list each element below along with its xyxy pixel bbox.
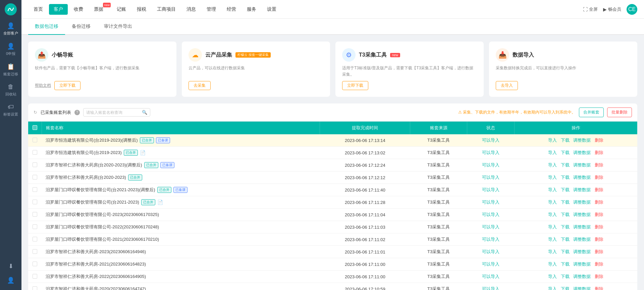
go-import-button[interactable]: 去导入 bbox=[496, 81, 518, 90]
delete-link[interactable]: 删除 bbox=[595, 212, 603, 217]
import-link[interactable]: 导入 bbox=[548, 274, 557, 279]
sidebar-item-all-clients[interactable]: 👤 全部客户 bbox=[0, 19, 21, 39]
download-now-button[interactable]: 立即下载 bbox=[54, 81, 80, 90]
check-all[interactable] bbox=[33, 125, 37, 130]
download-link[interactable]: 下载 bbox=[561, 175, 570, 180]
import-link[interactable]: 导入 bbox=[548, 224, 557, 229]
sidebar-item-account-migration[interactable]: 📋 账套迁移 bbox=[0, 60, 21, 80]
download-link[interactable]: 下载 bbox=[561, 249, 570, 254]
sidebar-item-zero-report[interactable]: 👤 0申报 bbox=[0, 39, 21, 60]
tab-audit-export[interactable]: 审计文件导出 bbox=[97, 19, 139, 35]
nav-invoices[interactable]: 票据 new bbox=[89, 0, 111, 19]
delete-link[interactable]: 删除 bbox=[595, 150, 603, 155]
delete-link[interactable]: 删除 bbox=[595, 162, 603, 167]
adjust-link[interactable]: 调整数据 bbox=[573, 200, 591, 205]
delete-link[interactable]: 删除 bbox=[595, 237, 603, 242]
download-t3-button[interactable]: 立即下载 bbox=[342, 81, 368, 90]
adjust-link[interactable]: 调整数据 bbox=[573, 150, 591, 155]
row-checkbox[interactable] bbox=[33, 212, 37, 217]
row-checkbox[interactable] bbox=[33, 224, 37, 229]
delete-link[interactable]: 删除 bbox=[595, 274, 603, 279]
download-link[interactable]: 下载 bbox=[561, 262, 570, 267]
batch-delete-button[interactable]: 批量删除 bbox=[607, 107, 632, 117]
import-link[interactable]: 导入 bbox=[548, 237, 557, 242]
delete-link[interactable]: 删除 bbox=[595, 249, 603, 254]
download-link[interactable]: 下载 bbox=[561, 274, 570, 279]
nav-fees[interactable]: 收费 bbox=[68, 0, 89, 19]
download-link[interactable]: 下载 bbox=[561, 237, 570, 242]
row-checkbox[interactable] bbox=[33, 200, 37, 204]
import-link[interactable]: 导入 bbox=[548, 286, 557, 290]
import-link[interactable]: 导入 bbox=[548, 249, 557, 254]
row-checkbox[interactable] bbox=[33, 162, 37, 167]
row-checkbox[interactable] bbox=[33, 150, 37, 155]
import-link[interactable]: 导入 bbox=[548, 150, 557, 155]
adjust-link[interactable]: 调整数据 bbox=[573, 224, 591, 229]
help-icon[interactable]: ? bbox=[74, 110, 80, 115]
import-link[interactable]: 导入 bbox=[548, 162, 557, 167]
search-input[interactable] bbox=[86, 110, 140, 115]
download-link[interactable]: 下载 bbox=[561, 212, 570, 217]
nav-bookkeeping[interactable]: 记账 bbox=[111, 0, 131, 19]
adjust-link[interactable]: 调整数据 bbox=[573, 162, 591, 167]
row-checkbox[interactable] bbox=[33, 274, 37, 279]
row-checkbox[interactable] bbox=[33, 175, 37, 179]
row-checkbox[interactable] bbox=[33, 249, 37, 254]
nav-home[interactable]: 首页 bbox=[28, 0, 48, 19]
nav-settings[interactable]: 设置 bbox=[262, 0, 282, 19]
nav-service[interactable]: 服务 bbox=[241, 0, 262, 19]
fullscreen-btn[interactable]: ⛶ 全屏 bbox=[583, 6, 598, 12]
adjust-link[interactable]: 调整数据 bbox=[573, 274, 591, 279]
delete-link[interactable]: 删除 bbox=[595, 200, 603, 205]
tab-backup-migration[interactable]: 备份迁移 bbox=[65, 19, 97, 35]
import-link[interactable]: 导入 bbox=[548, 262, 557, 267]
download-link[interactable]: 下载 bbox=[561, 286, 570, 290]
import-link[interactable]: 导入 bbox=[548, 187, 557, 192]
download-link[interactable]: 下载 bbox=[561, 138, 570, 143]
adjust-link[interactable]: 调整数据 bbox=[573, 249, 591, 254]
adjust-link[interactable]: 调整数据 bbox=[573, 212, 591, 217]
import-link[interactable]: 导入 bbox=[548, 212, 557, 217]
adjust-link[interactable]: 调整数据 bbox=[573, 175, 591, 180]
nav-messages[interactable]: 消息 bbox=[181, 0, 201, 19]
import-link[interactable]: 导入 bbox=[548, 175, 557, 180]
import-link[interactable]: 导入 bbox=[548, 200, 557, 205]
sidebar-item-recycle-bin[interactable]: 🗑 回收站 bbox=[0, 80, 21, 100]
go-collect-button[interactable]: 去采集 bbox=[189, 81, 211, 90]
nav-clients[interactable]: 客户 bbox=[49, 4, 68, 15]
download-link[interactable]: 下载 bbox=[561, 162, 570, 167]
avatar[interactable]: CE bbox=[627, 4, 637, 15]
vip-btn[interactable]: ▶ 畅会员 bbox=[603, 6, 621, 12]
nav-business[interactable]: 工商项目 bbox=[152, 0, 181, 19]
adjust-link[interactable]: 调整数据 bbox=[573, 187, 591, 192]
delete-link[interactable]: 删除 bbox=[595, 138, 603, 143]
refresh-icon[interactable]: ↻ bbox=[34, 110, 37, 115]
sidebar-item-download[interactable]: ⬇ bbox=[0, 260, 21, 273]
download-link[interactable]: 下载 bbox=[561, 150, 570, 155]
import-link[interactable]: 导入 bbox=[548, 138, 557, 143]
row-checkbox[interactable] bbox=[33, 187, 37, 192]
adjust-link[interactable]: 调整数据 bbox=[573, 138, 591, 143]
row-checkbox[interactable] bbox=[33, 237, 37, 241]
tab-data-migration[interactable]: 数据包迁移 bbox=[28, 19, 65, 35]
nav-operations[interactable]: 经营 bbox=[221, 0, 241, 19]
download-link[interactable]: 下载 bbox=[561, 224, 570, 229]
adjust-link[interactable]: 调整数据 bbox=[573, 262, 591, 267]
nav-tax[interactable]: 报税 bbox=[131, 0, 152, 19]
download-link[interactable]: 下载 bbox=[561, 187, 570, 192]
adjust-link[interactable]: 调整数据 bbox=[573, 237, 591, 242]
search-icon[interactable]: 🔍 bbox=[142, 110, 147, 115]
row-checkbox[interactable] bbox=[33, 138, 37, 142]
adjust-link[interactable]: 调整数据 bbox=[573, 286, 591, 290]
merge-button[interactable]: 合并账套 bbox=[579, 107, 604, 117]
delete-link[interactable]: 删除 bbox=[595, 224, 603, 229]
row-checkbox[interactable] bbox=[33, 262, 37, 266]
help-doc-link[interactable]: 帮助文档 bbox=[35, 83, 51, 88]
sidebar-item-label-settings[interactable]: 🏷 标签设置 bbox=[0, 100, 21, 120]
delete-link[interactable]: 删除 bbox=[595, 286, 603, 290]
nav-management[interactable]: 管理 bbox=[201, 0, 221, 19]
row-checkbox[interactable] bbox=[33, 286, 37, 290]
delete-link[interactable]: 删除 bbox=[595, 175, 603, 180]
download-link[interactable]: 下载 bbox=[561, 200, 570, 205]
sidebar-item-user-profile[interactable]: 👤 bbox=[0, 274, 21, 287]
